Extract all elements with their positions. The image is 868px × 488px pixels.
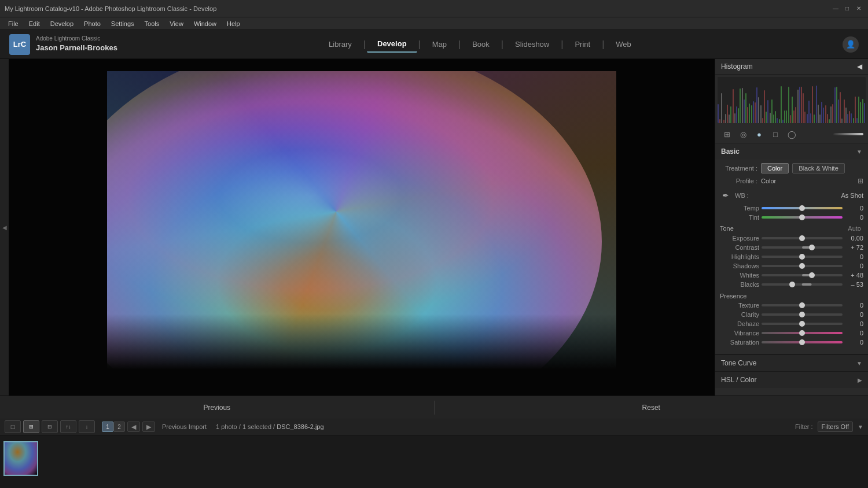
tint-thumb[interactable]: [799, 215, 805, 220]
nav-map[interactable]: Map: [422, 36, 457, 52]
hsl-color-title: HSL / Color: [721, 376, 757, 384]
maximize-button[interactable]: □: [843, 4, 852, 13]
graduated-filter-tool[interactable]: □: [768, 128, 782, 140]
highlights-value: 0: [845, 253, 863, 260]
bw-treatment-btn[interactable]: Black & White: [792, 163, 844, 173]
hsl-color-section[interactable]: HSL / Color ▶: [715, 371, 868, 388]
histogram-bar: [725, 114, 726, 123]
whites-slider[interactable]: [762, 274, 843, 276]
exposure-slider[interactable]: [762, 237, 843, 239]
tone-mini-slider: [833, 133, 863, 135]
tint-slider[interactable]: [762, 216, 843, 219]
wb-label: WB :: [735, 192, 749, 199]
texture-thumb[interactable]: [799, 302, 805, 308]
filter-value[interactable]: Filters Off: [818, 422, 853, 432]
page-1-btn[interactable]: 1: [102, 422, 113, 432]
menu-file[interactable]: File: [3, 19, 23, 28]
view-grid-btn2[interactable]: ⊟: [42, 420, 58, 433]
profile-grid-icon[interactable]: ⊞: [858, 177, 863, 185]
histogram-bar: [847, 114, 848, 123]
reset-button[interactable]: Reset: [435, 396, 869, 419]
radial-filter-tool[interactable]: ●: [752, 128, 766, 140]
menu-edit[interactable]: Edit: [24, 19, 45, 28]
menu-develop[interactable]: Develop: [46, 19, 78, 28]
close-button[interactable]: ✕: [854, 4, 863, 13]
texture-slider-row: Texture 0: [720, 302, 863, 309]
previous-button[interactable]: Previous: [0, 396, 434, 419]
histogram-bar: [764, 90, 765, 123]
menu-help[interactable]: Help: [222, 19, 245, 28]
nav-library[interactable]: Library: [318, 36, 362, 52]
left-panel-toggle[interactable]: ◀: [0, 59, 9, 395]
menu-settings[interactable]: Settings: [106, 19, 139, 28]
vibrance-slider[interactable]: [762, 332, 843, 334]
blacks-thumb[interactable]: [789, 282, 795, 287]
nav-develop[interactable]: Develop: [367, 36, 417, 53]
dehaze-slider-row: Dehaze 0: [720, 320, 863, 327]
clarity-thumb[interactable]: [799, 312, 805, 317]
auto-btn[interactable]: Auto: [845, 224, 863, 232]
nav-sep3: |: [458, 39, 461, 50]
vibrance-thumb[interactable]: [799, 330, 805, 336]
menu-tools[interactable]: Tools: [140, 19, 164, 28]
menu-photo[interactable]: Photo: [79, 19, 105, 28]
histogram-bar: [807, 114, 808, 123]
histogram-bar: [736, 106, 737, 123]
shadows-slider[interactable]: [762, 265, 843, 267]
filename: DSC_8386-2.jpg: [277, 423, 323, 430]
temp-slider[interactable]: [762, 207, 843, 209]
highlights-thumb[interactable]: [799, 254, 805, 260]
saturation-slider-row: Saturation 0: [720, 339, 863, 346]
clarity-slider[interactable]: [762, 313, 843, 316]
blacks-slider[interactable]: [762, 283, 843, 286]
histogram-header[interactable]: Histogram ◀: [715, 59, 868, 75]
histogram-bar: [742, 88, 743, 123]
menu-view[interactable]: View: [165, 19, 188, 28]
basic-section-header[interactable]: Basic ▼: [715, 143, 868, 160]
sort-desc-btn[interactable]: ↓: [79, 420, 95, 433]
view-single-btn[interactable]: □: [5, 420, 21, 433]
histogram-bar: [849, 111, 850, 123]
temp-thumb[interactable]: [799, 205, 805, 211]
whites-thumb[interactable]: [809, 272, 815, 278]
user-avatar[interactable]: 👤: [843, 36, 859, 53]
thumbnail-1[interactable]: [3, 441, 38, 476]
nav-web[interactable]: Web: [605, 36, 642, 52]
menu-window[interactable]: Window: [189, 19, 221, 28]
crop-tool[interactable]: ⊞: [720, 128, 734, 140]
dehaze-slider[interactable]: [762, 323, 843, 325]
histogram-bar: [790, 115, 791, 123]
page-2-btn[interactable]: 2: [113, 422, 125, 432]
histogram-bar: [753, 101, 754, 123]
highlights-slider[interactable]: [762, 256, 843, 258]
histogram-collapse-icon[interactable]: ◀: [857, 62, 862, 71]
blacks-fill: [802, 283, 812, 286]
photo-container[interactable]: [9, 59, 715, 395]
nav-slideshow[interactable]: Slideshow: [505, 36, 560, 52]
sort-asc-btn[interactable]: ↑↓: [60, 420, 76, 433]
wb-eyedropper[interactable]: ✒: [720, 190, 731, 201]
saturation-slider[interactable]: [762, 341, 843, 343]
next-page-btn[interactable]: ▶: [142, 422, 155, 432]
treatment-row: Treatment : Color Black & White: [720, 163, 863, 173]
heal-tool[interactable]: ◎: [736, 128, 750, 140]
tone-curve-section[interactable]: Tone Curve ▼: [715, 354, 868, 371]
view-grid-btn1[interactable]: ⊞: [23, 420, 39, 433]
color-treatment-btn[interactable]: Color: [761, 163, 789, 173]
histogram-bar: [738, 108, 739, 123]
saturation-thumb[interactable]: [799, 339, 805, 345]
exposure-thumb[interactable]: [799, 235, 805, 241]
contrast-thumb[interactable]: [809, 245, 815, 250]
nav-print[interactable]: Print: [564, 36, 601, 52]
prev-page-btn[interactable]: ◀: [127, 422, 140, 432]
page-nav-strip: □ ⊞ ⊟ ↑↓ ↓ 1 2 ◀ ▶ Previous Import 1 pho…: [0, 419, 868, 435]
nav-book[interactable]: Book: [462, 36, 500, 52]
shadows-thumb[interactable]: [799, 263, 805, 269]
window-controls: — □ ✕: [831, 4, 863, 13]
dehaze-thumb[interactable]: [799, 321, 805, 327]
adjustment-brush-tool[interactable]: ◯: [785, 128, 799, 140]
texture-slider[interactable]: [762, 304, 843, 306]
minimize-button[interactable]: —: [831, 4, 840, 13]
filter-dropdown-arrow[interactable]: ▼: [858, 424, 863, 430]
contrast-slider[interactable]: [762, 246, 843, 249]
